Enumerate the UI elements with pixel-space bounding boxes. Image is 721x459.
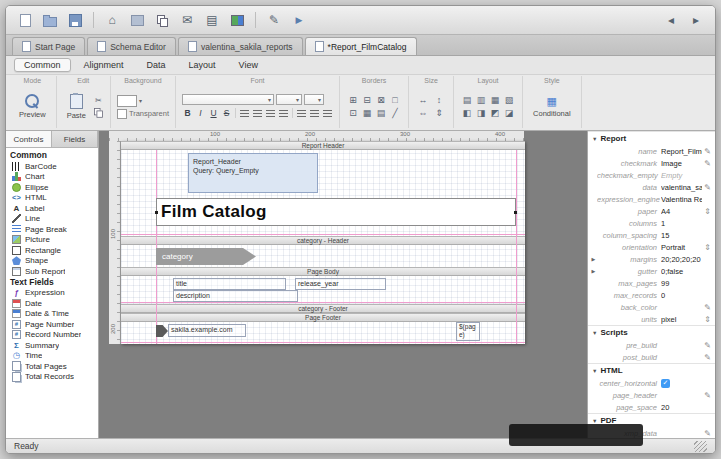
property-value[interactable]: 20;20;20;20 <box>661 255 702 264</box>
sidebar-tab-fields[interactable]: Fields <box>52 131 98 147</box>
border-inner-button[interactable]: ▦ <box>361 108 373 119</box>
align-right-button[interactable] <box>265 107 276 119</box>
report-title-label[interactable]: Film Catalog <box>156 198 516 226</box>
control-item-total-records[interactable]: Total Records <box>6 372 98 383</box>
band-page-body[interactable]: Page Body <box>121 267 525 276</box>
report-header-query-box[interactable]: Report_Header Query: Query_Empty <box>188 153 318 193</box>
control-item-time[interactable]: ◷Time <box>6 351 98 362</box>
run-button[interactable]: ▶ <box>290 10 308 30</box>
tab-start-page[interactable]: Start Page <box>12 37 85 55</box>
edit-icon[interactable]: ✎ <box>702 303 713 312</box>
forward-button[interactable]: ▸ <box>687 10 705 30</box>
control-item-date[interactable]: Date <box>6 298 98 309</box>
category-group-element[interactable]: category <box>156 248 256 265</box>
tab-schema-editor[interactable]: Schema Editor <box>87 37 176 55</box>
align-center-button[interactable] <box>252 107 263 119</box>
field-release-year[interactable]: release_year <box>295 278 386 290</box>
band-page-footer[interactable]: Page Footer <box>121 313 525 322</box>
band-category-footer[interactable]: category - Footer <box>121 304 525 313</box>
ribbon-tab-common[interactable]: Common <box>14 58 71 72</box>
preview-button[interactable]: Preview <box>15 93 50 120</box>
footer-url-label[interactable]: sakila.example.com <box>168 324 246 337</box>
cut-button[interactable]: ✂ <box>95 96 102 105</box>
layout-align-middle-button[interactable]: ▥ <box>475 95 487 106</box>
tab-report-filmcatalog[interactable]: *Report_FilmCatalog <box>305 37 417 55</box>
tab-valentina-sakila-reports[interactable]: valentina_sakila_reports <box>178 37 303 55</box>
control-item-html[interactable]: <>HTML <box>6 193 98 204</box>
table-button[interactable]: ▤ <box>203 10 221 30</box>
layout-align-top-button[interactable]: ▤ <box>461 95 473 106</box>
back-button[interactable]: ◂ <box>662 10 680 30</box>
ribbon-tab-alignment[interactable]: Alignment <box>74 58 134 72</box>
control-item-sub-report[interactable]: Sub Report <box>6 266 98 277</box>
border-diagonal-button[interactable]: ╱ <box>389 108 401 119</box>
align-left-button[interactable] <box>239 107 250 119</box>
layout-align-left-button[interactable]: ◧ <box>461 108 473 119</box>
sidebar-tab-controls[interactable]: Controls <box>6 131 52 147</box>
band-category-header[interactable]: category - Header <box>121 236 525 245</box>
control-item-date-time[interactable]: Date & Time <box>6 309 98 320</box>
section-report[interactable]: ▼Report <box>588 131 715 145</box>
property-value[interactable]: 1 <box>661 219 702 228</box>
border-none-button[interactable]: □ <box>389 95 401 106</box>
footer-marker-icon[interactable] <box>156 325 168 337</box>
control-item-picture[interactable]: Picture <box>6 235 98 246</box>
property-value[interactable]: 15 <box>661 231 702 240</box>
layout-spread-button[interactable]: ◪ <box>503 108 515 119</box>
design-canvas[interactable]: 100 200 300 400 100 200 Report Header ca… <box>99 131 587 438</box>
resize-grip[interactable] <box>694 441 707 452</box>
ribbon-tab-data[interactable]: Data <box>137 58 176 72</box>
property-value[interactable]: pixel <box>661 315 702 324</box>
control-item-chart[interactable]: Chart <box>6 172 98 183</box>
edit-icon[interactable]: ✎ <box>702 159 713 168</box>
property-value[interactable]: 0;false <box>661 267 702 276</box>
stepper-icon[interactable]: ⇕ <box>702 315 713 324</box>
band-report-header[interactable]: Report Header <box>121 141 525 150</box>
section-scripts[interactable]: ▼Scripts <box>588 325 715 339</box>
layout-align-right-button[interactable]: ◩ <box>489 108 501 119</box>
strikethrough-button[interactable]: S <box>221 107 232 119</box>
align-justify-button[interactable] <box>278 107 289 119</box>
field-description[interactable]: description <box>173 290 298 302</box>
edit-icon[interactable]: ✎ <box>702 147 713 156</box>
property-value[interactable]: 0 <box>661 291 702 300</box>
mail-button[interactable]: ✉ <box>178 10 196 30</box>
property-value[interactable]: 99 <box>661 279 702 288</box>
font-style-select[interactable]: ▾ <box>304 94 324 105</box>
valign-top-button[interactable] <box>296 107 307 119</box>
property-value[interactable]: 20 <box>661 403 702 412</box>
layout-distribute-button[interactable]: ▧ <box>503 95 515 106</box>
report-page[interactable]: Report Header category - Header Page Bod… <box>121 141 525 344</box>
edit-icon[interactable]: ✎ <box>702 183 713 192</box>
conditional-button[interactable]: ▦ Conditional <box>529 95 575 119</box>
control-item-total-pages[interactable]: Total Pages <box>6 361 98 372</box>
copy-pages-button[interactable] <box>153 10 171 30</box>
font-family-select[interactable]: ▾ <box>182 94 274 105</box>
border-outer-button[interactable]: ⊡ <box>347 108 359 119</box>
border-horizontal-button[interactable]: ⊟ <box>361 95 373 106</box>
control-item-ellipse[interactable]: Ellipse <box>6 182 98 193</box>
edit-icon[interactable]: ✎ <box>702 429 713 438</box>
expand-icon[interactable]: ▶ <box>590 268 597 274</box>
same-width-button[interactable]: ↔ <box>417 95 429 106</box>
layout-align-bottom-button[interactable]: ▦ <box>489 95 501 106</box>
edit-icon[interactable]: ✎ <box>702 341 713 350</box>
property-value[interactable]: Empty <box>661 171 702 180</box>
underline-button[interactable]: U <box>208 107 219 119</box>
bold-button[interactable]: B <box>182 107 193 119</box>
home-button[interactable]: ⌂ <box>103 10 121 30</box>
border-all-button[interactable]: ⊞ <box>347 95 359 106</box>
transparent-checkbox[interactable] <box>117 109 127 119</box>
stepper-icon[interactable]: ⇕ <box>702 243 713 252</box>
property-value[interactable]: Portrait <box>661 243 702 252</box>
expand-icon[interactable]: ▶ <box>590 256 597 262</box>
control-item-expression[interactable]: ƒExpression <box>6 288 98 299</box>
paste-button[interactable]: Paste <box>63 93 90 121</box>
property-value[interactable]: Valentina Re... <box>661 195 702 204</box>
selection-handle[interactable] <box>155 211 158 214</box>
footer-page-number-field[interactable]: $(page) <box>456 322 480 341</box>
layout-align-center-button[interactable]: ◨ <box>475 108 487 119</box>
border-rows-button[interactable]: ▤ <box>375 108 387 119</box>
font-size-select[interactable]: ▾ <box>276 94 302 105</box>
property-value[interactable]: A4 <box>661 207 702 216</box>
